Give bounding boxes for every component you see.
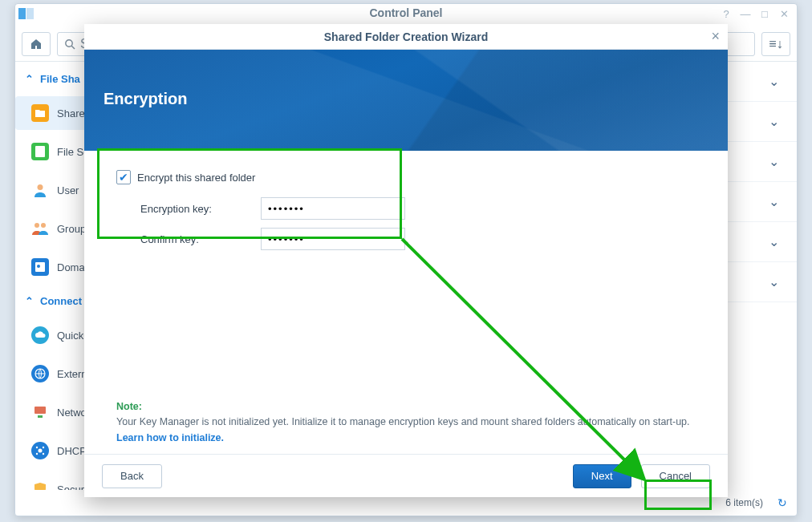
- dhcp-icon: [31, 442, 49, 459]
- network-icon: [31, 403, 49, 421]
- wizard-body: ✔ Encrypt this shared folder Encryption …: [84, 151, 728, 454]
- wizard-footer: Back Next Cancel: [84, 454, 728, 497]
- chevron-up-icon: ⌃: [25, 73, 34, 85]
- svg-point-14: [36, 447, 38, 448]
- svg-rect-11: [35, 407, 46, 414]
- window-close-button[interactable]: ✕: [776, 7, 792, 20]
- search-icon: [64, 38, 75, 50]
- confirm-key-input[interactable]: [261, 228, 405, 250]
- back-button[interactable]: Back: [102, 464, 162, 488]
- confirm-key-row: Confirm key:: [140, 228, 696, 250]
- wizard-step-title: Encryption: [84, 50, 728, 108]
- wizard-title: Shared Folder Creation Wizard: [324, 30, 488, 43]
- checkbox-checked-icon[interactable]: ✔: [116, 170, 131, 184]
- encrypt-checkbox-label: Encrypt this shared folder: [137, 172, 255, 184]
- items-count: 6 item(s): [725, 497, 763, 508]
- chevron-down-icon: ⌄: [769, 194, 779, 209]
- svg-point-13: [39, 449, 43, 453]
- note-title: Note:: [116, 401, 142, 412]
- window-title: Control Panel: [15, 6, 797, 19]
- group-icon: [31, 220, 49, 237]
- encryption-key-input[interactable]: [261, 197, 405, 220]
- chevron-down-icon: ⌄: [769, 154, 779, 169]
- encrypt-checkbox-row[interactable]: ✔ Encrypt this shared folder: [116, 170, 696, 184]
- window-minimize-button[interactable]: —: [737, 7, 753, 20]
- cancel-button[interactable]: Cancel: [641, 464, 710, 488]
- svg-rect-4: [35, 146, 45, 157]
- svg-point-5: [38, 184, 43, 190]
- encryption-key-label: Encryption key:: [140, 203, 253, 215]
- learn-initialize-link[interactable]: Learn how to initialize.: [116, 432, 224, 443]
- svg-point-7: [41, 223, 46, 228]
- svg-point-17: [43, 453, 44, 455]
- wizard-banner: Encryption: [84, 50, 728, 151]
- chevron-up-icon: ⌃: [25, 295, 34, 307]
- cloud-icon: [31, 326, 49, 344]
- home-button[interactable]: [22, 32, 51, 56]
- next-button[interactable]: Next: [573, 464, 631, 488]
- sort-button[interactable]: ≡↓: [761, 32, 790, 56]
- globe-icon: [31, 365, 49, 382]
- chevron-down-icon: ⌄: [769, 274, 779, 289]
- svg-point-6: [35, 223, 39, 228]
- sidebar-item-label: Domai: [57, 261, 87, 273]
- file-icon: [31, 143, 49, 160]
- note-block: Note: Your Key Manager is not initialize…: [116, 399, 696, 446]
- svg-point-2: [66, 39, 72, 46]
- user-icon: [31, 181, 49, 199]
- chevron-down-icon: ⌄: [769, 114, 779, 129]
- wizard-titlebar: Shared Folder Creation Wizard ×: [84, 24, 728, 50]
- svg-point-15: [43, 447, 44, 448]
- note-text: Your Key Manager is not initialized yet.…: [116, 416, 690, 427]
- svg-rect-12: [38, 415, 43, 418]
- encryption-key-row: Encryption key:: [140, 197, 696, 220]
- window-help-button[interactable]: ?: [718, 7, 734, 20]
- window-controls: ? — □ ✕: [718, 7, 792, 20]
- shield-icon: [31, 480, 49, 490]
- home-icon: [30, 38, 43, 51]
- folder-icon: [31, 104, 49, 122]
- svg-rect-8: [35, 262, 45, 272]
- window-maximize-button[interactable]: □: [757, 7, 773, 20]
- sidebar-item-label: Group: [57, 223, 86, 235]
- close-icon[interactable]: ×: [711, 29, 720, 43]
- id-card-icon: [31, 258, 49, 276]
- sidebar-item-label: Extern: [57, 368, 87, 380]
- svg-point-9: [37, 265, 40, 268]
- svg-point-16: [36, 453, 38, 455]
- sidebar-category-label: Connect: [40, 295, 82, 307]
- svg-line-3: [71, 46, 75, 49]
- shared-folder-wizard: Shared Folder Creation Wizard × Encrypti…: [84, 24, 728, 497]
- chevron-down-icon: ⌄: [769, 234, 779, 249]
- sidebar-item-label: User: [57, 184, 79, 196]
- sidebar-category-label: File Sha: [40, 73, 80, 85]
- chevron-down-icon: ⌄: [769, 74, 779, 89]
- status-bar: 6 item(s) ↻: [725, 493, 787, 512]
- confirm-key-label: Confirm key:: [140, 233, 253, 245]
- refresh-button[interactable]: ↻: [777, 496, 787, 509]
